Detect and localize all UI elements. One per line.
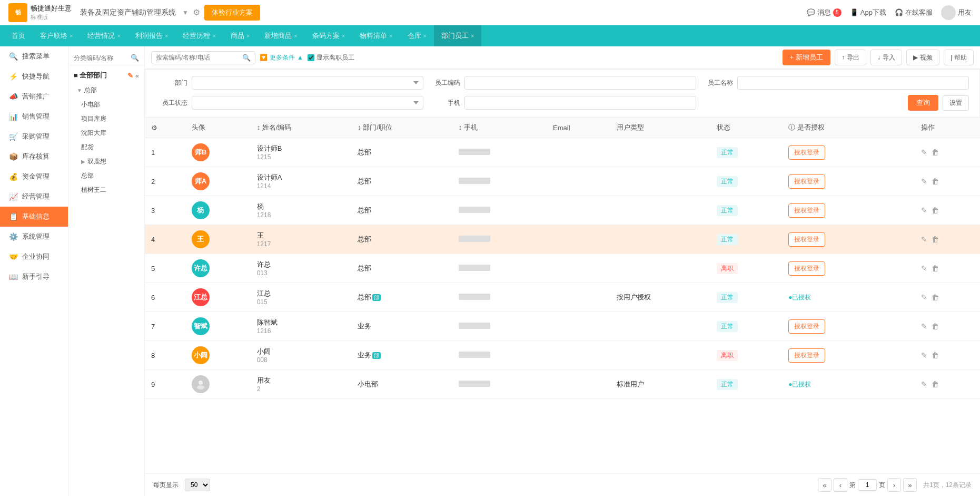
close-icon[interactable]: × — [389, 33, 392, 39]
edit-icon[interactable]: ✎ — [921, 322, 927, 330]
emp-code-input[interactable] — [464, 76, 696, 90]
close-icon[interactable]: × — [342, 33, 345, 39]
nav-tab-new-goods[interactable]: 新增商品 × — [257, 25, 304, 46]
edit-icon[interactable]: ✎ — [921, 235, 927, 244]
close-icon[interactable]: × — [117, 33, 120, 39]
dept-filter-select[interactable] — [192, 76, 423, 90]
nav-tab-goods[interactable]: 商品 × — [223, 25, 257, 46]
delete-icon[interactable]: 🗑 — [932, 351, 939, 359]
help-btn[interactable]: | 帮助 — [944, 50, 974, 65]
delete-icon[interactable]: 🗑 — [932, 148, 939, 157]
dept-item-shenyang[interactable]: 沈阳大库 — [68, 126, 144, 140]
nav-tab-barcode[interactable]: 条码方案 × — [305, 25, 352, 46]
close-icon[interactable]: × — [246, 33, 250, 39]
dept-item-xiaodian[interactable]: 小电部 — [68, 98, 144, 112]
dept-item-peihuo[interactable]: 配货 — [68, 140, 144, 154]
phone-input[interactable] — [464, 96, 696, 110]
dept-item-zongbu[interactable]: ▼总部 — [68, 83, 144, 98]
nav-tab-business[interactable]: 经营情况 × — [80, 25, 127, 46]
search-input[interactable] — [156, 54, 240, 61]
nav-tab-history[interactable]: 经营历程 × — [175, 25, 223, 46]
edit-icon[interactable]: ✎ — [921, 148, 927, 157]
sidebar-item-inventory[interactable]: 📦库存核算 — [0, 147, 68, 167]
emp-name-input[interactable] — [737, 76, 969, 90]
dept-search-input[interactable] — [74, 54, 131, 62]
per-page-select[interactable]: 50 — [185, 479, 210, 491]
user-area[interactable]: 用友 — [941, 5, 972, 20]
nav-tab-employees[interactable]: 部门员工 × — [434, 25, 481, 46]
dept-search-icon[interactable]: 🔍 — [131, 54, 139, 62]
sidebar-item-finance[interactable]: 💰资金管理 — [0, 167, 68, 187]
close-icon[interactable]: × — [294, 33, 297, 39]
col-phone[interactable]: ↕ 手机 — [452, 118, 547, 138]
page-input[interactable] — [858, 479, 877, 491]
delete-icon[interactable]: 🗑 — [932, 264, 939, 273]
reset-btn[interactable]: 设置 — [943, 95, 969, 111]
view-btn[interactable]: ▶ 视频 — [906, 50, 939, 65]
dept-item-shuanglu[interactable]: ▶双鹿想 — [68, 154, 144, 169]
authorize-btn[interactable]: 授权登录 — [788, 145, 825, 160]
delete-icon[interactable]: 🗑 — [932, 177, 939, 186]
close-icon[interactable]: × — [212, 33, 215, 39]
close-icon[interactable]: × — [471, 33, 474, 39]
dept-item-zongbu2[interactable]: 总部 — [68, 169, 144, 183]
first-page-btn[interactable]: « — [818, 478, 831, 492]
sidebar-item-search[interactable]: 🔍搜索菜单 — [0, 46, 68, 66]
delete-icon[interactable]: 🗑 — [932, 293, 939, 302]
app-download-btn[interactable]: 📱 App下载 — [850, 8, 886, 17]
import-btn[interactable]: ↓ 导入 — [870, 50, 902, 65]
close-icon[interactable]: × — [70, 33, 73, 39]
last-page-btn[interactable]: » — [903, 478, 917, 492]
close-icon[interactable]: × — [423, 33, 427, 39]
edit-icon[interactable]: ✎ — [921, 351, 927, 359]
dept-collapse-icon[interactable]: « — [135, 72, 139, 80]
show-resigned-checkbox[interactable]: 显示离职员工 — [308, 53, 354, 62]
sidebar-item-basic[interactable]: 📋基础信息 — [0, 207, 68, 227]
authorize-btn[interactable]: 授权登录 — [788, 319, 825, 334]
nav-tab-bom[interactable]: 物料清单 × — [352, 25, 400, 46]
sidebar-item-quick[interactable]: ⚡快捷导航 — [0, 66, 68, 86]
edit-icon[interactable]: ✎ — [921, 177, 927, 186]
delete-icon[interactable]: 🗑 — [932, 235, 939, 244]
authorize-btn[interactable]: 授权登录 — [788, 174, 825, 189]
sidebar-item-system[interactable]: ⚙️系统管理 — [0, 227, 68, 247]
gear-icon[interactable]: ⚙ — [193, 7, 200, 17]
trial-button[interactable]: 体验行业方案 — [204, 5, 260, 21]
authorize-btn[interactable]: 授权登录 — [788, 348, 825, 363]
authorize-btn[interactable]: 授权登录 — [788, 261, 825, 276]
dept-item-zhishu[interactable]: 植树王二 — [68, 183, 144, 197]
col-name[interactable]: ↕ 姓名/编码 — [251, 118, 352, 138]
system-dropdown-icon[interactable]: ▼ — [182, 9, 189, 16]
close-icon[interactable]: × — [165, 33, 168, 39]
message-btn[interactable]: 💬 消息 5 — [807, 8, 842, 17]
sidebar-item-collab[interactable]: 🤝企业协同 — [0, 247, 68, 267]
edit-icon[interactable]: ✎ — [921, 380, 927, 388]
delete-icon[interactable]: 🗑 — [932, 380, 939, 388]
nav-tab-customer[interactable]: 客户联络 × — [33, 25, 80, 46]
nav-tab-home[interactable]: 首页 — [4, 25, 33, 46]
col-auth[interactable]: ⓘ 是否授权 — [782, 118, 888, 138]
sidebar-item-purchase[interactable]: 🛒采购管理 — [0, 127, 68, 147]
nav-tab-warehouse[interactable]: 仓库 × — [400, 25, 434, 46]
sidebar-item-guide[interactable]: 📖新手引导 — [0, 267, 68, 287]
prev-page-btn[interactable]: ‹ — [834, 478, 847, 492]
add-employee-btn[interactable]: + 新增员工 — [783, 50, 830, 65]
authorize-btn[interactable]: 授权登录 — [788, 203, 825, 218]
export-btn[interactable]: ↑ 导出 — [835, 50, 866, 65]
search-icon[interactable]: 🔍 — [242, 54, 251, 62]
dept-edit-icon[interactable]: ✎ — [127, 72, 133, 80]
dept-item-xmkf[interactable]: 项目库房 — [68, 112, 144, 126]
query-btn[interactable]: 查询 — [908, 95, 938, 111]
edit-icon[interactable]: ✎ — [921, 206, 927, 215]
delete-icon[interactable]: 🗑 — [932, 206, 939, 215]
nav-tab-profit[interactable]: 利润报告 × — [128, 25, 175, 46]
edit-icon[interactable]: ✎ — [921, 264, 927, 273]
edit-icon[interactable]: ✎ — [921, 293, 927, 302]
online-service-btn[interactable]: 🎧 在线客服 — [895, 8, 933, 17]
next-page-btn[interactable]: › — [887, 478, 901, 492]
sidebar-item-operation[interactable]: 📈经营管理 — [0, 187, 68, 207]
col-settings[interactable]: ⚙ — [145, 118, 185, 138]
delete-icon[interactable]: 🗑 — [932, 322, 939, 330]
status-filter-select[interactable] — [192, 96, 423, 110]
authorize-btn[interactable]: 授权登录 — [788, 232, 825, 247]
